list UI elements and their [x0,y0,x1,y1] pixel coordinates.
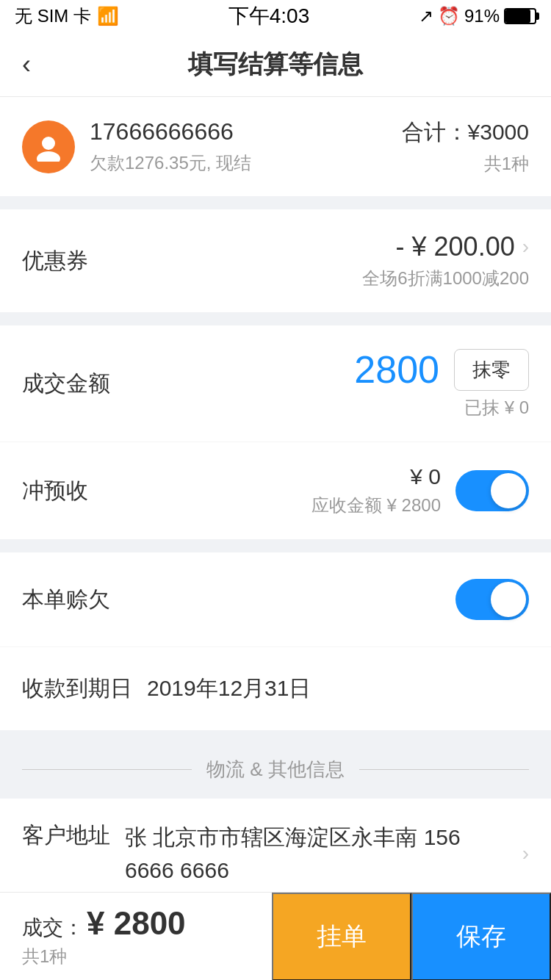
deal-number: 2800 [354,347,439,392]
status-time: 下午4:03 [228,2,310,30]
avatar [22,120,75,173]
battery-text: 91% [464,6,500,26]
hang-button[interactable]: 挂单 [272,893,411,981]
svg-point-1 [37,151,60,162]
customer-phone: 17666666666 [90,118,251,145]
deal-label: 成交金额 [22,369,110,399]
status-right: ↗ ⏰ 91% [419,6,536,26]
address-chevron-icon: › [522,842,529,865]
customer-card: 17666666666 欠款1276.35元, 现结 合计：¥3000 共1种 [0,97,551,196]
nav-bar: ‹ 填写结算等信息 [0,32,551,97]
prepay-sub: 应收金额 ¥ 2800 [311,494,441,517]
divider-line-right [359,769,529,770]
customer-right: 合计：¥3000 共1种 [402,118,529,176]
prepay-toggle[interactable] [455,470,529,511]
battery-icon [504,8,536,24]
date-value: 2019年12月31日 [147,674,311,704]
alarm-icon: ⏰ [438,6,460,26]
round-button[interactable]: 抹零 [454,349,529,391]
prepay-amount: ¥ 0 [311,464,441,489]
total-count: 共1种 [402,152,529,176]
footer-deal-label: 成交： [22,914,84,942]
back-button[interactable]: ‹ [22,49,31,80]
customer-sub: 欠款1276.35元, 现结 [90,151,251,175]
divider-3 [0,541,551,552]
amount-section: 成交金额 2800 抹零 已抹 ¥ 0 冲预收 ¥ 0 应收金额 ¥ 2800 [0,325,551,539]
divider-4 [0,730,551,742]
footer-info: 成交： ¥ 2800 共1种 [0,905,272,968]
status-bar: 无 SIM 卡 📶 下午4:03 ↗ ⏰ 91% [0,0,551,32]
coupon-row[interactable]: 优惠券 - ¥ 200.00 › 全场6折满1000减200 [0,209,551,312]
date-label: 收款到期日 [22,674,132,704]
coupon-label: 优惠券 [22,246,88,276]
address-value: 张 北京市市辖区海淀区永丰南 156 6666 6666 [125,821,515,887]
date-row: 收款到期日 2019年12月31日 [0,646,551,730]
deal-value-group: 2800 抹零 [354,347,529,392]
debt-row: 本单赊欠 [0,552,551,646]
coupon-chevron-icon: › [522,235,529,259]
divider-2 [0,314,551,325]
total-amount: 合计：¥3000 [402,118,529,148]
coupon-desc: 全场6折满1000减200 [362,267,529,290]
debt-label: 本单赊欠 [22,585,110,615]
save-button[interactable]: 保存 [411,893,551,981]
divider-line-left [22,769,192,770]
logistics-divider: 物流 & 其他信息 [0,742,551,797]
customer-left: 17666666666 欠款1276.35元, 现结 [22,118,251,175]
svg-point-0 [42,137,55,150]
debt-section: 本单赊欠 收款到期日 2019年12月31日 [0,552,551,730]
deal-sub: 已抹 ¥ 0 [464,396,529,419]
prepay-right: ¥ 0 应收金额 ¥ 2800 [311,464,529,517]
footer: 成交： ¥ 2800 共1种 挂单 保存 [0,892,551,980]
coupon-section: 优惠券 - ¥ 200.00 › 全场6折满1000减200 [0,209,551,312]
customer-info: 17666666666 欠款1276.35元, 现结 [90,118,251,175]
footer-deal-amount: ¥ 2800 [87,905,186,942]
status-left: 无 SIM 卡 📶 [15,4,119,28]
debt-toggle[interactable] [455,579,529,620]
prepay-label: 冲预收 [22,476,88,506]
prepay-values: ¥ 0 应收金额 ¥ 2800 [311,464,441,517]
footer-count: 共1种 [22,945,250,968]
divider-1 [0,198,551,209]
carrier-text: 无 SIM 卡 [15,4,91,28]
location-icon: ↗ [419,6,433,26]
prepay-row: 冲预收 ¥ 0 应收金额 ¥ 2800 [0,442,551,539]
deal-row: 成交金额 2800 抹零 已抹 ¥ 0 [0,325,551,442]
coupon-right: - ¥ 200.00 › 全场6折满1000减200 [362,231,529,290]
logistics-label: 物流 & 其他信息 [206,757,345,782]
coupon-amount: - ¥ 200.00 [396,231,515,262]
wifi-icon: 📶 [97,6,119,26]
address-label: 客户地址 [22,821,110,851]
page-title: 填写结算等信息 [188,48,363,82]
